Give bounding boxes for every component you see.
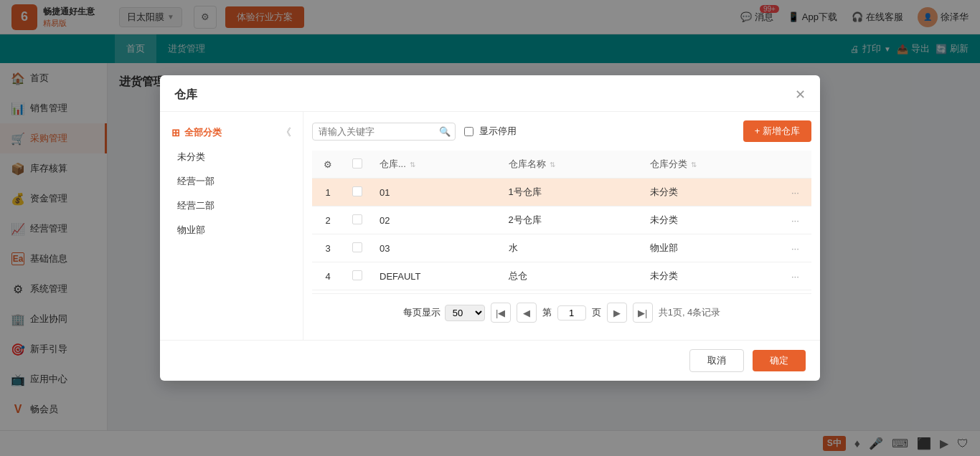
- row-check-4: [344, 262, 371, 290]
- prev-page-button[interactable]: ◀: [517, 303, 537, 323]
- collapse-button[interactable]: 《: [281, 126, 291, 139]
- page-word: 第: [542, 306, 552, 319]
- table-header-row: ⚙ 仓库... ⇅ 仓库名称: [312, 151, 811, 179]
- th-warehouse-category: 仓库分类 ⇅: [641, 151, 783, 179]
- table-row[interactable]: 1 01 1号仓库 未分类 ···: [312, 179, 811, 206]
- table-row[interactable]: 4 DEFAULT 总仓 未分类 ···: [312, 262, 811, 290]
- row-more-3[interactable]: ···: [783, 234, 811, 262]
- row-name-3: 水: [500, 234, 641, 262]
- more-icon-2[interactable]: ···: [791, 215, 799, 226]
- page-total-info: 共1页, 4条记录: [659, 306, 721, 319]
- row-cat-1: 未分类: [641, 179, 783, 206]
- category-item-dept1[interactable]: 经营一部: [160, 169, 303, 194]
- new-warehouse-button[interactable]: + 新增仓库: [743, 120, 811, 142]
- th-check: [344, 151, 371, 179]
- grid-icon: ⊞: [171, 127, 180, 138]
- show-disabled-input[interactable]: [464, 127, 473, 136]
- row-code-2: 02: [371, 206, 500, 234]
- row-num-1: 1: [312, 179, 344, 206]
- per-page: 每页显示 50 100 200: [403, 305, 485, 321]
- show-disabled-checkbox[interactable]: 显示停用: [464, 125, 517, 138]
- sort-icon-cat[interactable]: ⇅: [691, 161, 697, 168]
- row-cat-4: 未分类: [641, 262, 783, 290]
- search-icon[interactable]: 🔍: [439, 126, 451, 137]
- close-icon[interactable]: ✕: [795, 87, 806, 103]
- page-input[interactable]: [557, 305, 586, 320]
- more-icon-3[interactable]: ···: [791, 243, 799, 254]
- cancel-button[interactable]: 取消: [689, 349, 744, 372]
- more-icon-1[interactable]: ···: [791, 187, 799, 198]
- table-row[interactable]: 2 02 2号仓库 未分类 ···: [312, 206, 811, 234]
- row-cat-3: 物业部: [641, 234, 783, 262]
- category-all-label: 全部分类: [184, 126, 222, 139]
- row-num-2: 2: [312, 206, 344, 234]
- select-all-checkbox[interactable]: [352, 158, 362, 168]
- modal-title: 仓库: [174, 87, 197, 103]
- first-page-button[interactable]: |◀: [491, 303, 511, 323]
- row-more-2[interactable]: ···: [783, 206, 811, 234]
- row-check-3: [344, 234, 371, 262]
- warehouse-modal: 仓库 ✕ ⊞ 全部分类 《 未分类 经营一部: [160, 75, 820, 381]
- sort-icon-code[interactable]: ⇅: [410, 161, 415, 168]
- category-header: ⊞ 全部分类 《: [160, 120, 303, 145]
- pagination: 每页显示 50 100 200 |◀ ◀ 第 页 ▶ ▶| 共1页, 4条记录: [312, 293, 811, 331]
- search-box: 🔍: [312, 123, 456, 141]
- row-code-4: DEFAULT: [371, 262, 500, 290]
- row-more-1[interactable]: ···: [783, 179, 811, 206]
- th-warehouse-code: 仓库... ⇅: [371, 151, 500, 179]
- category-item-property[interactable]: 物业部: [160, 218, 303, 242]
- gear-icon-th: ⚙: [324, 159, 332, 170]
- page-label: 页: [592, 306, 601, 319]
- modal-footer: 取消 确定: [160, 340, 820, 381]
- row-checkbox-4[interactable]: [352, 270, 362, 280]
- per-page-label: 每页显示: [403, 306, 440, 319]
- row-code-1: 01: [371, 179, 500, 206]
- row-checkbox-3[interactable]: [352, 242, 362, 252]
- row-num-4: 4: [312, 262, 344, 290]
- per-page-select[interactable]: 50 100 200: [445, 305, 485, 321]
- next-page-button[interactable]: ▶: [607, 303, 627, 323]
- row-checkbox-2[interactable]: [352, 214, 362, 224]
- show-disabled-label: 显示停用: [479, 125, 517, 138]
- sort-icon-name[interactable]: ⇅: [550, 161, 555, 168]
- more-icon-4[interactable]: ···: [791, 271, 799, 282]
- right-panel: 🔍 显示停用 + 新增仓库 ⚙: [303, 112, 820, 340]
- search-input[interactable]: [319, 126, 439, 137]
- row-name-4: 总仓: [500, 262, 641, 290]
- th-warehouse-name: 仓库名称 ⇅: [500, 151, 641, 179]
- warehouse-table: ⚙ 仓库... ⇅ 仓库名称: [312, 151, 811, 290]
- row-check-1: [344, 179, 371, 206]
- modal-overlay: 仓库 ✕ ⊞ 全部分类 《 未分类 经营一部: [0, 0, 980, 456]
- table-row[interactable]: 3 03 水 物业部 ···: [312, 234, 811, 262]
- row-checkbox-1[interactable]: [352, 186, 362, 196]
- category-all[interactable]: ⊞ 全部分类: [171, 126, 222, 139]
- row-name-1: 1号仓库: [500, 179, 641, 206]
- row-check-2: [344, 206, 371, 234]
- modal-body: ⊞ 全部分类 《 未分类 经营一部 经营二部 物业部: [160, 112, 820, 340]
- modal-header: 仓库 ✕: [160, 75, 820, 112]
- row-more-4[interactable]: ···: [783, 262, 811, 290]
- category-item-dept2[interactable]: 经营二部: [160, 194, 303, 218]
- th-actions: [783, 151, 811, 179]
- row-cat-2: 未分类: [641, 206, 783, 234]
- category-item-unclassified[interactable]: 未分类: [160, 145, 303, 169]
- last-page-button[interactable]: ▶|: [633, 303, 653, 323]
- category-panel: ⊞ 全部分类 《 未分类 经营一部 经营二部 物业部: [160, 112, 303, 340]
- row-name-2: 2号仓库: [500, 206, 641, 234]
- confirm-button[interactable]: 确定: [753, 350, 806, 371]
- row-num-3: 3: [312, 234, 344, 262]
- th-gear: ⚙: [312, 151, 344, 179]
- toolbar: 🔍 显示停用 + 新增仓库: [312, 120, 811, 142]
- row-code-3: 03: [371, 234, 500, 262]
